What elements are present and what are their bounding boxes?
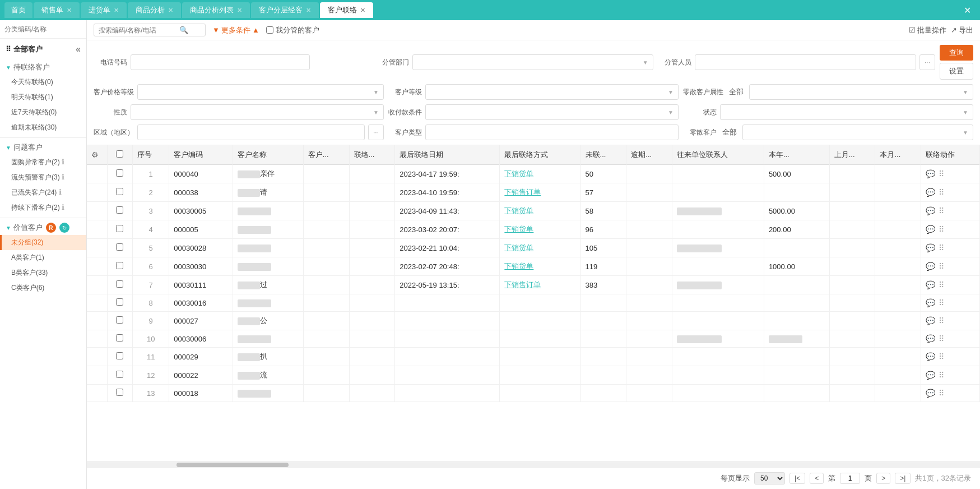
chat-icon[interactable]: 💬 (926, 169, 935, 178)
prev-page-btn[interactable]: < (810, 473, 824, 484)
payment-input[interactable]: ▼ (425, 104, 679, 120)
chat-icon[interactable]: 💬 (926, 280, 935, 289)
retail-customer-input[interactable]: ▼ (742, 124, 973, 140)
row-settings-icon[interactable] (87, 165, 107, 183)
chat-icon[interactable]: 💬 (926, 316, 935, 325)
last-method-link[interactable]: 下销售订单 (504, 280, 541, 289)
chat-icon[interactable]: 💬 (926, 243, 935, 252)
tab-customer-contact[interactable]: 客户联络 ✕ (320, 2, 373, 18)
table-row[interactable]: 4000005 2023-03-02 20:07:下销货单96200.00💬⠿ (87, 220, 980, 239)
refresh-icon[interactable]: ↻ (59, 223, 69, 233)
all-customers-header[interactable]: ⠿ 全部客户 « (0, 41, 86, 58)
sidebar-item-abnormal[interactable]: 固购异常客户(2) ℹ (0, 155, 86, 170)
row-last-method[interactable]: 下销货单 (500, 202, 580, 220)
problem-group-header[interactable]: ▼ 问题客户 (0, 140, 86, 155)
query-button[interactable]: 查询 (940, 45, 973, 61)
chat-icon[interactable]: 💬 (926, 188, 935, 197)
grid-icon[interactable]: ⠿ (939, 243, 944, 252)
sidebar-item-class-a[interactable]: A类客户(1) (0, 250, 86, 265)
grid-icon[interactable]: ⠿ (939, 169, 944, 178)
row-checkbox[interactable] (116, 243, 123, 251)
table-row[interactable]: 13000018 💬⠿ (87, 385, 980, 402)
tab-customer-segment[interactable]: 客户分层经客 ✕ (251, 2, 319, 18)
last-method-link[interactable]: 下销货单 (504, 262, 533, 270)
sidebar-item-today-pending[interactable]: 今天待联络(0) (0, 75, 86, 90)
row-last-method[interactable] (500, 385, 580, 402)
table-row[interactable]: 11000029 扒💬⠿ (87, 348, 980, 366)
value-group-header[interactable]: ▼ 价值客户 R ↻ (0, 220, 86, 235)
filter-search-input[interactable] (99, 26, 177, 34)
person-input[interactable] (695, 54, 916, 70)
select-all-checkbox[interactable] (116, 150, 123, 158)
tab-sales-close[interactable]: ✕ (67, 7, 72, 14)
chat-icon[interactable]: 💬 (926, 262, 935, 271)
grid-icon[interactable]: ⠿ (939, 371, 944, 380)
last-method-link[interactable]: 下销货单 (504, 206, 533, 215)
last-method-link[interactable]: 下销货单 (504, 243, 533, 252)
nature-input[interactable]: ▼ (131, 104, 384, 120)
row-last-method[interactable]: 下销货单 (500, 220, 580, 239)
export-btn[interactable]: ↗ 导出 (951, 25, 973, 35)
my-customers-check[interactable] (266, 26, 273, 34)
row-last-method[interactable] (500, 348, 580, 366)
row-checkbox[interactable] (116, 334, 123, 342)
row-last-method[interactable]: 下销货单 (500, 239, 580, 257)
row-settings-icon[interactable] (87, 348, 107, 366)
grid-icon[interactable]: ⠿ (939, 316, 944, 325)
tab-customer-contact-close[interactable]: ✕ (360, 7, 365, 14)
customer-level-input[interactable]: ▼ (425, 84, 679, 100)
row-checkbox[interactable] (116, 371, 123, 378)
row-checkbox[interactable] (116, 280, 123, 288)
page-input[interactable] (840, 473, 860, 484)
table-row[interactable]: 800030016 💬⠿ (87, 294, 980, 312)
chat-icon[interactable]: 💬 (926, 389, 935, 398)
last-method-link[interactable]: 下销货单 (504, 225, 533, 233)
dept-input[interactable]: ▼ (412, 54, 653, 70)
table-row[interactable]: 9000027 公💬⠿ (87, 312, 980, 330)
row-last-method[interactable] (500, 312, 580, 330)
batch-operation-btn[interactable]: ☑ 批量操作 (909, 25, 946, 35)
sidebar-item-tomorrow-pending[interactable]: 明天待联络(1) (0, 90, 86, 105)
row-last-method[interactable]: 下销售订单 (500, 183, 580, 202)
table-row[interactable]: 1000040 亲伴2023-04-17 19:59:下销货单50500.00💬… (87, 165, 980, 183)
chat-icon[interactable]: 💬 (926, 352, 935, 361)
sidebar-item-churn-warning[interactable]: 流失预警客户(3) ℹ (0, 170, 86, 185)
tab-purchase[interactable]: 进货单 ✕ (81, 2, 127, 18)
chat-icon[interactable]: 💬 (926, 334, 935, 343)
last-method-link[interactable]: 下销售订单 (504, 188, 541, 196)
row-checkbox[interactable] (116, 298, 123, 306)
horizontal-scrollbar[interactable] (87, 462, 980, 467)
status-input[interactable]: ▼ (720, 104, 973, 120)
row-settings-icon[interactable] (87, 276, 107, 294)
row-checkbox[interactable] (116, 206, 123, 214)
row-settings-icon[interactable] (87, 294, 107, 312)
tab-product-list[interactable]: 商品分析列表 ✕ (182, 2, 250, 18)
row-settings-icon[interactable] (87, 330, 107, 348)
table-row[interactable]: 1000030006 💬⠿ (87, 330, 980, 348)
tab-home[interactable]: 首页 (4, 2, 32, 18)
pending-group-header[interactable]: ▼ 待联络客户 (0, 60, 86, 75)
chat-icon[interactable]: 💬 (926, 371, 935, 380)
grid-icon[interactable]: ⠿ (939, 389, 944, 398)
row-checkbox[interactable] (116, 169, 123, 177)
page-size-select[interactable]: 50 20 100 (754, 472, 785, 485)
row-checkbox[interactable] (116, 316, 123, 324)
scrollbar-thumb[interactable] (177, 463, 289, 467)
row-checkbox[interactable] (116, 188, 123, 195)
row-last-method[interactable] (500, 366, 580, 385)
settings-th[interactable]: ⚙ (87, 145, 107, 165)
sidebar-item-week-pending[interactable]: 近7天待联络(0) (0, 105, 86, 120)
row-checkbox[interactable] (116, 262, 123, 269)
row-settings-icon[interactable] (87, 239, 107, 257)
sidebar-item-declining[interactable]: 持续下滑客户(2) ℹ (0, 200, 86, 215)
table-row[interactable]: 12000022 流💬⠿ (87, 366, 980, 385)
tab-product-analysis-close[interactable]: ✕ (168, 7, 173, 14)
row-settings-icon[interactable] (87, 312, 107, 330)
chat-icon[interactable]: 💬 (926, 298, 935, 307)
row-last-method[interactable]: 下销售订单 (500, 276, 580, 294)
row-settings-icon[interactable] (87, 183, 107, 202)
first-page-btn[interactable]: |< (789, 473, 805, 484)
customer-type-input[interactable] (425, 124, 679, 140)
row-last-method[interactable] (500, 330, 580, 348)
price-level-input[interactable]: ▼ (137, 84, 384, 100)
